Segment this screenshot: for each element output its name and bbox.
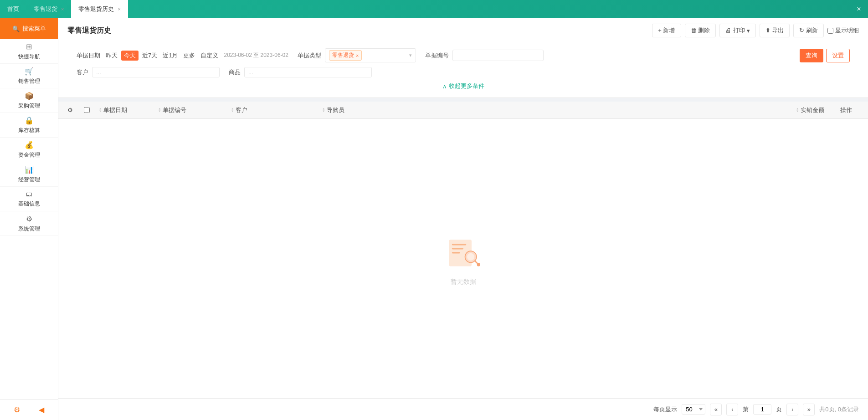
basic-info-label: 基础信息 — [18, 200, 40, 208]
type-tag: 零售退货 × — [329, 50, 362, 61]
collapse-label: 收起更多条件 — [449, 82, 484, 90]
customer-placeholder: ... — [96, 69, 101, 76]
date-last7[interactable]: 近7天 — [140, 51, 159, 61]
tab-retail-return-close[interactable]: × — [61, 6, 64, 12]
sidebar-item-sales-mgmt[interactable]: 🛒 销售管理 — [0, 64, 58, 88]
sidebar-item-basic-info[interactable]: 🗂 基础信息 — [0, 187, 58, 211]
select-all-checkbox[interactable] — [84, 107, 90, 113]
th-customer[interactable]: ⇕ 客户 — [227, 106, 318, 114]
sidebar-item-purchase-mgmt[interactable]: 📦 采购管理 — [0, 88, 58, 113]
th-amount-sort-icon: ⇕ — [796, 108, 799, 113]
table-header: ⚙ ⇕ 单据日期 ⇕ 单据编号 ⇕ 客户 ⇕ — [58, 102, 868, 119]
doc-number-label: 单据编号 — [425, 51, 449, 60]
page-next-button[interactable]: › — [786, 404, 798, 415]
th-no[interactable]: ⇕ 单据编号 — [154, 106, 227, 114]
tab-list: 首页 零售退货 × 零售退货历史 × — [0, 0, 850, 18]
date-last-month[interactable]: 近1月 — [161, 51, 180, 61]
th-no-sort-icon: ⇕ — [158, 108, 161, 113]
search-icon: 🔍 — [12, 26, 20, 32]
th-action: 操作 — [828, 106, 864, 114]
date-custom[interactable]: 自定义 — [199, 51, 220, 61]
sidebar-settings-button[interactable]: ⚙ — [14, 405, 20, 414]
th-customer-label: 客户 — [236, 106, 247, 114]
page-first-button[interactable]: « — [710, 404, 722, 415]
sidebar-item-system[interactable]: ⚙ 系统管理 — [0, 211, 58, 236]
sidebar-item-finance[interactable]: 💰 资金管理 — [0, 138, 58, 162]
tab-retail-return[interactable]: 零售退货 × — [26, 0, 71, 18]
svg-point-5 — [467, 253, 474, 260]
page-ye-label: 页 — [776, 405, 782, 414]
th-date-label: 单据日期 — [103, 106, 127, 114]
th-guide-label: 导购员 — [327, 106, 344, 114]
tab-retail-return-history-close[interactable]: × — [118, 6, 120, 12]
filter-row-1: 单据日期 昨天 今天 近7天 近1月 更多 自定义 2023-06-02 至 2… — [77, 48, 850, 62]
show-detail-checkbox-input[interactable] — [827, 28, 833, 34]
settings-label: 设置 — [832, 51, 844, 60]
search-menu-label: 搜索菜单 — [22, 25, 46, 33]
th-amount[interactable]: ⇕ 实销金额 — [773, 106, 828, 114]
doc-number-filter: 单据编号 — [425, 50, 544, 61]
date-more[interactable]: 更多 — [181, 51, 197, 61]
print-label: 🖨 打印 — [725, 26, 745, 35]
date-yesterday[interactable]: 昨天 — [104, 51, 119, 61]
sidebar: 🔍 搜索菜单 ⊞ 快捷导航 🛒 销售管理 📦 采购管理 🔒 库存核算 💰 — [0, 18, 58, 420]
sidebar-item-quick-nav[interactable]: ⊞ 快捷导航 — [0, 39, 58, 64]
type-select-wrapper[interactable]: 零售退货 × ▾ — [325, 48, 416, 62]
th-check[interactable] — [78, 107, 95, 113]
th-date-sort-icon: ⇕ — [98, 108, 102, 113]
collapse-icon: ∧ — [442, 83, 447, 90]
export-button[interactable]: ⬆ 导出 — [760, 24, 790, 37]
customer-input-wrapper[interactable]: ... — [92, 67, 220, 77]
th-no-label: 单据编号 — [163, 106, 186, 114]
table-area: ⚙ ⇕ 单据日期 ⇕ 单据编号 ⇕ 客户 ⇕ — [58, 102, 868, 420]
collapse-filter-button[interactable]: ∧ 收起更多条件 — [442, 82, 484, 90]
svg-rect-1 — [452, 244, 466, 246]
filter-row-2: 客户 ... 商品 ... — [77, 67, 850, 77]
th-date[interactable]: ⇕ 单据日期 — [95, 106, 154, 114]
settings-button[interactable]: 设置 — [826, 49, 850, 62]
query-button[interactable]: 查询 — [800, 49, 823, 62]
search-menu-button[interactable]: 🔍 搜索菜单 — [0, 18, 58, 39]
page-size-select[interactable]: 50 10 20 100 — [682, 404, 705, 415]
tab-retail-return-history[interactable]: 零售退货历史 × — [71, 0, 128, 18]
th-amount-label: 实销金额 — [801, 106, 824, 114]
svg-rect-2 — [452, 248, 463, 250]
ops-icon: 📊 — [25, 165, 34, 174]
inventory-icon: 🔒 — [25, 116, 34, 125]
inventory-label: 库存核算 — [18, 127, 40, 134]
page-last-button[interactable]: » — [803, 404, 815, 415]
quick-nav-label: 快捷导航 — [18, 53, 40, 61]
tab-home[interactable]: 首页 — [0, 0, 26, 18]
refresh-label: ↻ 刷新 — [799, 26, 818, 35]
type-filter-label: 单据类型 — [298, 51, 321, 60]
th-settings[interactable]: ⚙ — [62, 107, 78, 113]
th-guide[interactable]: ⇕ 导购员 — [318, 106, 386, 114]
toolbar: + 新增 🗑 删除 🖨 打印 ▾ ⬆ 导出 ↻ 刷新 — [652, 24, 859, 37]
print-arrow-icon: ▾ — [747, 27, 750, 34]
th-customer-sort-icon: ⇕ — [231, 108, 234, 113]
export-label: ⬆ 导出 — [765, 26, 784, 35]
page-number-input[interactable] — [753, 404, 771, 415]
window-close-button[interactable]: × — [850, 0, 868, 18]
type-tag-close[interactable]: × — [356, 53, 359, 58]
delete-button[interactable]: 🗑 删除 — [685, 24, 716, 37]
sidebar-collapse-button[interactable]: ◀ — [39, 405, 44, 414]
svg-rect-3 — [452, 252, 460, 254]
date-filter: 单据日期 昨天 今天 近7天 近1月 更多 自定义 2023-06-02 至 2… — [77, 51, 288, 61]
purchase-mgmt-label: 采购管理 — [18, 102, 40, 110]
goods-label: 商品 — [229, 68, 241, 77]
ops-label: 经营管理 — [18, 176, 40, 184]
customer-label: 客户 — [77, 68, 88, 77]
type-filter: 单据类型 零售退货 × ▾ — [298, 48, 416, 62]
date-today[interactable]: 今天 — [121, 51, 139, 61]
add-button[interactable]: + 新增 — [652, 24, 681, 37]
show-detail-toggle[interactable]: 显示明细 — [827, 26, 859, 35]
doc-number-input[interactable] — [452, 50, 544, 61]
page-prev-button[interactable]: ‹ — [726, 404, 738, 415]
sidebar-item-ops[interactable]: 📊 经营管理 — [0, 162, 58, 187]
type-select-arrow: ▾ — [409, 52, 412, 58]
goods-input-wrapper[interactable]: ... — [244, 67, 372, 77]
refresh-button[interactable]: ↻ 刷新 — [793, 24, 824, 37]
sidebar-item-inventory[interactable]: 🔒 库存核算 — [0, 113, 58, 138]
print-button[interactable]: 🖨 打印 ▾ — [719, 24, 756, 37]
